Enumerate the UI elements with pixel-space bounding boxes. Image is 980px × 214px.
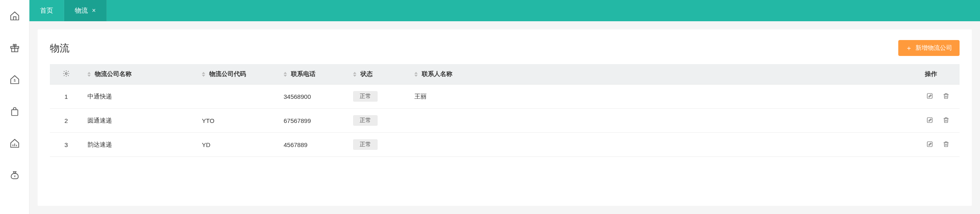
add-logistics-button[interactable]: ＋ 新增物流公司 xyxy=(898,40,960,56)
row-contact: 王丽 xyxy=(409,85,902,109)
house-stats-icon xyxy=(9,138,20,150)
delete-button[interactable] xyxy=(941,91,951,102)
bag-icon xyxy=(9,106,20,118)
col-label: 物流公司名称 xyxy=(95,70,132,77)
svg-text:¥: ¥ xyxy=(13,174,16,178)
row-ops xyxy=(902,85,960,109)
row-index: 3 xyxy=(50,133,83,157)
delete-button[interactable] xyxy=(941,115,951,126)
tab-home[interactable]: 首页 xyxy=(29,0,64,21)
sort-icon xyxy=(414,72,418,77)
add-button-label: 新增物流公司 xyxy=(915,44,952,52)
gift-icon xyxy=(9,42,20,54)
sort-icon xyxy=(87,72,91,77)
svg-rect-3 xyxy=(11,109,18,115)
col-label: 物流公司代码 xyxy=(209,70,246,77)
nav-money-bag[interactable]: ¥ xyxy=(7,167,23,184)
row-name: 圆通速递 xyxy=(83,109,197,133)
row-phone: 67567899 xyxy=(279,109,348,133)
column-settings[interactable] xyxy=(50,64,83,85)
row-code: YTO xyxy=(197,109,279,133)
row-index: 2 xyxy=(50,109,83,133)
main-area: 首页 物流 × 物流 ＋ 新增物流公司 xyxy=(29,0,980,214)
trash-icon xyxy=(942,92,950,101)
row-contact xyxy=(409,133,902,157)
col-label: 操作 xyxy=(925,70,937,77)
row-index: 1 xyxy=(50,85,83,109)
svg-text:$: $ xyxy=(13,78,16,82)
row-code: YD xyxy=(197,133,279,157)
page-header: 物流 ＋ 新增物流公司 xyxy=(50,40,960,56)
nav-bag[interactable] xyxy=(7,104,23,120)
edit-icon xyxy=(926,116,933,125)
col-contact[interactable]: 联系人名称 xyxy=(409,64,902,85)
page-card: 物流 ＋ 新增物流公司 物流公司名称 xyxy=(38,29,972,206)
edit-button[interactable] xyxy=(924,115,935,126)
col-company-code[interactable]: 物流公司代码 xyxy=(197,64,279,85)
status-badge: 正常 xyxy=(353,91,378,102)
money-bag-icon: ¥ xyxy=(9,170,20,182)
sort-icon xyxy=(284,72,287,77)
col-operations: 操作 xyxy=(902,64,960,85)
row-status: 正常 xyxy=(348,133,409,157)
page-title: 物流 xyxy=(50,42,69,55)
row-name: 韵达速递 xyxy=(83,133,197,157)
col-phone[interactable]: 联系电话 xyxy=(279,64,348,85)
col-label: 状态 xyxy=(360,70,373,77)
table-row: 3 韵达速递 YD 4567889 正常 xyxy=(50,133,960,157)
col-status[interactable]: 状态 xyxy=(348,64,409,85)
edit-icon xyxy=(926,92,933,101)
tab-bar: 首页 物流 × xyxy=(29,0,980,21)
edit-button[interactable] xyxy=(924,91,935,102)
row-ops xyxy=(902,133,960,157)
tab-label: 首页 xyxy=(40,7,53,15)
house-dollar-icon: $ xyxy=(9,74,20,86)
row-name: 中通快递 xyxy=(83,85,197,109)
svg-point-5 xyxy=(65,73,67,75)
row-contact xyxy=(409,109,902,133)
home-icon xyxy=(9,11,20,22)
row-status: 正常 xyxy=(348,109,409,133)
gear-icon xyxy=(63,71,70,78)
tab-label: 物流 xyxy=(75,7,88,15)
col-label: 联系人名称 xyxy=(422,70,452,77)
plus-icon: ＋ xyxy=(906,45,912,51)
nav-home[interactable] xyxy=(7,8,23,25)
nav-house-dollar[interactable]: $ xyxy=(7,72,23,88)
trash-icon xyxy=(942,140,950,149)
logistics-table: 物流公司名称 物流公司代码 联系电话 状态 xyxy=(50,64,960,157)
trash-icon xyxy=(942,116,950,125)
sort-icon xyxy=(353,72,356,77)
status-badge: 正常 xyxy=(353,115,378,126)
close-icon[interactable]: × xyxy=(92,7,96,14)
status-badge: 正常 xyxy=(353,139,378,150)
table-row: 1 中通快递 34568900 正常 王丽 xyxy=(50,85,960,109)
row-phone: 34568900 xyxy=(279,85,348,109)
row-code xyxy=(197,85,279,109)
row-status: 正常 xyxy=(348,85,409,109)
sort-icon xyxy=(202,72,205,77)
sidebar-rail: $ ¥ xyxy=(0,0,29,214)
row-phone: 4567889 xyxy=(279,133,348,157)
delete-button[interactable] xyxy=(941,139,951,150)
row-ops xyxy=(902,109,960,133)
edit-icon xyxy=(926,140,933,149)
table-row: 2 圆通速递 YTO 67567899 正常 xyxy=(50,109,960,133)
nav-house-stats[interactable] xyxy=(7,136,23,152)
edit-button[interactable] xyxy=(924,139,935,150)
nav-gift[interactable] xyxy=(7,40,23,56)
col-company-name[interactable]: 物流公司名称 xyxy=(83,64,197,85)
tab-logistics[interactable]: 物流 × xyxy=(64,0,107,21)
col-label: 联系电话 xyxy=(291,70,315,77)
